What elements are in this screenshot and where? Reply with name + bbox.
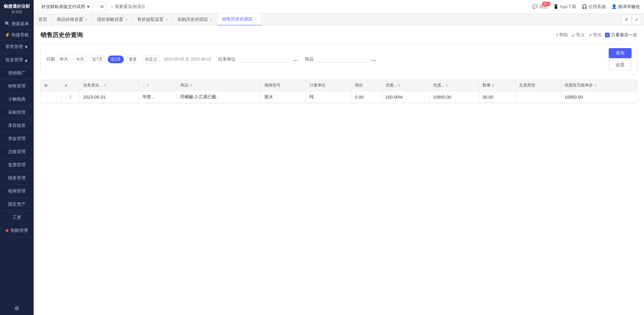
tab-sales-history[interactable]: 销售历史价跟踪 × [217, 13, 262, 26]
th-quantity[interactable]: 数量 ⇅ [479, 80, 515, 91]
data-table-wrap: ⚙ # 业务发生... ⇅ ... ⇅ [40, 79, 637, 103]
sidebar-item-sales[interactable]: 销售管理 [0, 80, 34, 93]
tab-purchase-strategy-label: 进价策略设置 [97, 16, 123, 23]
sidebar-item-finance[interactable]: 资金管理 [0, 132, 34, 145]
export-link[interactable]: ↗ 导出 [588, 32, 602, 38]
th-discount1[interactable]: 优惠... ⇅ [382, 80, 429, 91]
sidebar-item-quicknav[interactable]: ⚡ 快捷导航 [0, 30, 34, 40]
sort-icon-pretax-price: ⇅ [594, 83, 597, 87]
date-btn-today[interactable]: 今天 [73, 56, 87, 63]
sidebar-item-payroll[interactable]: 工资 [0, 211, 34, 224]
th-extra[interactable]: ... ⇅ [139, 80, 177, 91]
th-discount2[interactable]: 优惠... ⇅ [429, 80, 479, 91]
settings-button[interactable]: 设置 [609, 60, 632, 70]
user-menu-button[interactable]: 👤 徐泽华修改 [611, 4, 640, 10]
topbar-settings-button[interactable]: ⚙ [97, 2, 107, 11]
gear-icon: ⚙ [100, 4, 104, 9]
th-seq: # [62, 80, 80, 91]
help-icon: ? [556, 33, 558, 38]
online-service-button[interactable]: 🎧 在线客服 [582, 4, 606, 10]
export-icon: ↗ [588, 33, 592, 38]
customer-filter-item: 往来单位 … [218, 56, 298, 63]
tab-sale-price-close[interactable]: × [166, 18, 168, 22]
date-filter-label: 日期 [46, 56, 55, 62]
dropdown-icon: ▾ [87, 4, 90, 9]
module-selector[interactable]: 好业财标准版交付试用 ▾ [38, 2, 93, 11]
tab-sales-history-label: 销售历史价跟踪 [222, 16, 253, 22]
tab-purchase-history[interactable]: 采购历史价跟踪 × [173, 13, 217, 26]
date-btn-7days[interactable]: 近7天 [89, 56, 106, 63]
sidebar-item-retail[interactable]: 零售管理 ▼ [0, 40, 34, 54]
date-btn-1month[interactable]: 近1月 [108, 56, 124, 63]
th-unit: 计量单位 [306, 80, 352, 91]
sidebar-settings-button[interactable]: ⚙ [0, 302, 34, 315]
query-button[interactable]: 查询 [609, 48, 632, 58]
th-gear[interactable]: ⚙ [41, 80, 62, 91]
page-actions: ? 帮助 ↙ 导入 ↗ 导出 ✓ 只看最后一次 [556, 32, 637, 38]
topbar: 好业财标准版交付试用 ▾ ⚙ ○ 我要看实例演示 💬 消息 99+ 📱 App下… [34, 0, 644, 13]
th-biz-date[interactable]: 业务发生... ⇅ [80, 80, 139, 91]
tab-home[interactable]: 首页 [34, 13, 52, 26]
date-btn-custom[interactable]: 自定义 [142, 56, 160, 63]
cell-price: 0.00 [352, 91, 382, 103]
cell-spec: 散水 [261, 91, 306, 103]
sidebar-item-ecommerce[interactable]: 电商管理 [0, 185, 34, 198]
tab-purchase-strategy-close[interactable]: × [125, 18, 127, 22]
sidebar-item-ledger[interactable]: 总账管理 [0, 145, 34, 159]
cell-extra: 华查... [139, 91, 177, 103]
cell-discount2: 10950.00 [429, 91, 479, 103]
only-last-checkbox-label[interactable]: ✓ 只看最后一次 [605, 32, 637, 38]
sidebar-item-ai[interactable]: 智能管理 [0, 224, 34, 237]
demo-link[interactable]: ○ 我要看实例演示 [111, 4, 145, 10]
th-product[interactable]: 商品 ⇅ [177, 80, 261, 91]
date-btn-yesterday[interactable]: 昨天 [57, 56, 71, 63]
sidebar-item-ecommerce-small[interactable]: 小畅电商 [0, 93, 34, 106]
sidebar-item-marketing[interactable]: 营销推广 [0, 67, 34, 80]
close-tab-button[interactable]: ✕ [622, 15, 631, 24]
tab-purchase-history-close[interactable]: × [210, 18, 212, 22]
sidebar-item-invoice[interactable]: 发票管理 [0, 159, 34, 172]
sidebar-item-assets[interactable]: 固定资产 [0, 198, 34, 211]
only-last-checkbox[interactable]: ✓ [605, 33, 610, 37]
customer-dots-button[interactable]: … [293, 56, 298, 62]
product-input-wrap: … [316, 56, 376, 63]
table-body: 1 2023-05-31 华查... 丙烯酸-2-乙基己酯 散水 吨 0.00 … [41, 91, 637, 103]
app-name: 畅捷通好业财 [4, 3, 30, 9]
page-content: 销售历史价查询 ? 帮助 ↙ 导入 ↗ 导出 ✓ 只 [34, 26, 644, 315]
sidebar-item-tax[interactable]: 税务管理 [0, 172, 34, 185]
cell-quantity: 30.00 [479, 91, 515, 103]
tab-product-price-close[interactable]: × [85, 18, 87, 22]
th-price: 报价 [352, 80, 382, 91]
help-link[interactable]: ? 帮助 [556, 32, 568, 38]
sort-icon-product: ⇅ [189, 83, 192, 87]
sidebar-item-wholesale[interactable]: 批发管理 ▲ [0, 54, 34, 67]
table-settings-icon: ⚙ [44, 83, 48, 88]
chevron-down-icon: ▼ [24, 44, 29, 49]
app-edition: 标准版 [11, 9, 23, 14]
data-table: ⚙ # 业务发生... ⇅ ... ⇅ [41, 80, 637, 103]
th-pretax-price-label: 优惠前无税单价 [565, 82, 593, 88]
sidebar-item-search[interactable]: 🔍 搜索菜单 [0, 18, 34, 30]
tab-sale-price[interactable]: 售价提取设置 × [133, 13, 173, 26]
customer-input-wrap: … [238, 56, 298, 63]
notifications-button[interactable]: 💬 消息 99+ [532, 4, 548, 10]
tab-sales-history-close[interactable]: × [255, 17, 257, 21]
expand-tab-button[interactable]: ⤢ [632, 15, 641, 24]
product-input[interactable] [316, 56, 369, 63]
tab-product-price[interactable]: 商品价格设置 × [52, 13, 92, 26]
tab-purchase-strategy[interactable]: 进价策略设置 × [92, 13, 132, 26]
app-download-button[interactable]: 📱 App下载 [553, 4, 576, 10]
module-selector-label: 好业财标准版交付试用 [41, 4, 85, 10]
cell-trade-type [516, 91, 561, 103]
checkbox-check-icon: ✓ [606, 33, 609, 37]
customer-input[interactable] [238, 56, 291, 63]
sidebar-item-purchase[interactable]: 采购管理 [0, 106, 34, 119]
user-avatar-icon: 👤 [611, 4, 617, 9]
product-dots-button[interactable]: … [371, 56, 376, 62]
th-pretax-price[interactable]: 优惠前无税单价 ⇅ [561, 80, 637, 91]
cell-seq: 1 [62, 91, 80, 103]
date-btn-more[interactable]: 更多 [126, 56, 140, 63]
sidebar-item-inventory[interactable]: 库存核算 [0, 119, 34, 132]
import-link[interactable]: ↙ 导入 [571, 32, 585, 38]
th-spec: 规格型号 [261, 80, 306, 91]
